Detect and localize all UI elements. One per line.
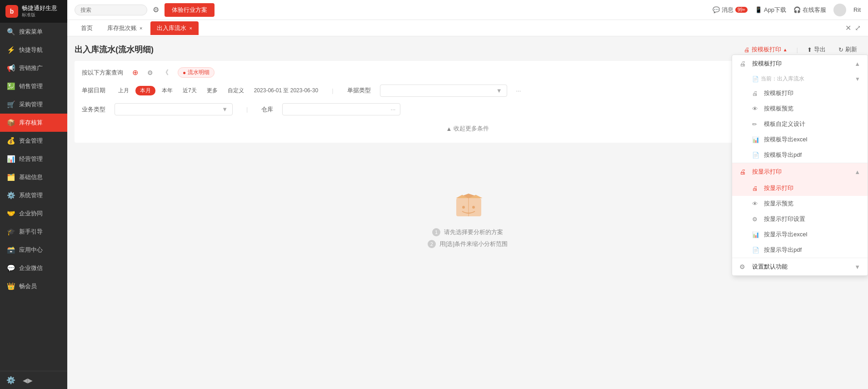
date-prev-month[interactable]: 上月 xyxy=(115,86,133,95)
sidebar-purchase-icon: 🛒 xyxy=(6,100,15,109)
sidebar-operations-icon: 📊 xyxy=(6,155,15,163)
gear-icon[interactable]: ⚙ xyxy=(153,5,159,14)
display-preview-item[interactable]: 👁 按显示预览 xyxy=(732,196,868,211)
sidebar-item-operations[interactable]: 📊 经营管理 xyxy=(0,150,67,168)
template-customize-item[interactable]: ✏ 模板自定义设计 xyxy=(732,116,868,132)
type-more-icon[interactable]: ··· xyxy=(516,87,521,94)
step-2-text: 用[选]条件来缩小分析范围 xyxy=(439,240,508,248)
sidebar-quicknav-label: 快捷导航 xyxy=(19,46,43,54)
template-preview-label: 按模板预览 xyxy=(764,105,793,113)
date-more[interactable]: 更多 xyxy=(203,86,221,95)
current-label-text: 当前：出入库流水 xyxy=(761,75,804,83)
sidebar-item-guide[interactable]: 🎓 新手引导 xyxy=(0,223,67,241)
sidebar-item-quicknav[interactable]: ⚡ 快捷导航 xyxy=(0,41,67,59)
sidebar-item-wechat[interactable]: 💬 企业微信 xyxy=(0,259,67,277)
messages-button[interactable]: 💬 消息 99+ xyxy=(713,6,748,14)
tab-maximize-icon[interactable]: ⤢ xyxy=(855,24,861,32)
sidebar-item-appstore[interactable]: 🗃️ 应用中心 xyxy=(0,241,67,259)
sidebar-bottom: ⚙️ ◀▶ xyxy=(0,371,67,389)
date-filter: 上月 本月 本年 近7天 更多 自定义 2023-06-01 至 2023-06… xyxy=(115,86,318,95)
sidebar-item-sales[interactable]: 💹 销售管理 xyxy=(0,77,67,95)
sidebar-logo: b 畅捷通好生意 标准版 xyxy=(0,0,67,23)
online-service-button[interactable]: 🎧 在线客服 xyxy=(793,6,826,14)
warehouse-label: 仓库 xyxy=(261,105,273,114)
refresh-button[interactable]: ↻ 刷新 xyxy=(835,44,861,55)
template-print-item[interactable]: 🖨 按模板打印 xyxy=(732,85,868,101)
default-fn-header[interactable]: ⚙ 设置默认功能 ▼ xyxy=(732,258,868,275)
printer-icon: 🖨 xyxy=(739,60,748,67)
display-print-item[interactable]: 🖨 按显示打印 xyxy=(732,180,868,196)
sidebar-item-purchase[interactable]: 🛒 采购管理 xyxy=(0,95,67,114)
tab-close-all-icon[interactable]: ✕ xyxy=(845,24,851,32)
sidebar-appstore-label: 应用中心 xyxy=(19,246,43,254)
topbar-right: 💬 消息 99+ 📱 App下载 🎧 在线客服 Rit xyxy=(713,4,861,16)
app-download-button[interactable]: 📱 App下载 xyxy=(755,6,786,14)
trial-button[interactable]: 体验行业方案 xyxy=(165,3,215,17)
tab-flow[interactable]: 出入库流水 × xyxy=(150,21,198,35)
refresh-icon: ↻ xyxy=(838,46,843,53)
template-export-excel-item[interactable]: 📊 按模板导出excel xyxy=(732,132,868,147)
sidebar-item-basic[interactable]: 🗂️ 基础信息 xyxy=(0,168,67,186)
tab-batch[interactable]: 库存批次账 × xyxy=(101,21,149,35)
sidebar-system-icon: ⚙️ xyxy=(6,191,15,199)
online-service-label: 在线客服 xyxy=(803,6,826,14)
warehouse-select[interactable]: ··· xyxy=(282,103,400,115)
date-last7[interactable]: 近7天 xyxy=(179,86,200,95)
tab-home[interactable]: 首页 xyxy=(75,21,99,35)
template-print-header[interactable]: 🖨 按模板打印 ▲ xyxy=(732,55,868,72)
chevron-up-icon: ▲ xyxy=(783,47,788,52)
display-settings-item[interactable]: ⚙ 按显示打印设置 xyxy=(732,211,868,227)
sidebar-purchase-label: 采购管理 xyxy=(19,100,43,109)
print-template-button[interactable]: 🖨 按模板打印 ▲ xyxy=(740,44,791,55)
step-2-num: 2 xyxy=(428,240,436,248)
sidebar-item-marketing[interactable]: 📢 营销推广 xyxy=(0,59,67,77)
filter-collapse-icon[interactable]: 《 xyxy=(162,69,169,77)
excel-icon: 📊 xyxy=(752,136,759,143)
date-custom[interactable]: 自定义 xyxy=(224,86,248,95)
sidebar-item-collab[interactable]: 🤝 企业协同 xyxy=(0,204,67,223)
current-arrow: ▼ xyxy=(855,76,860,82)
search-input[interactable] xyxy=(75,5,147,15)
page-title: 出入库流水(流水明细) xyxy=(75,44,154,55)
type-select[interactable]: ▼ xyxy=(380,85,507,97)
filter-add-icon[interactable]: ⊕ xyxy=(132,68,138,77)
export-label: 导出 xyxy=(814,45,826,54)
display-print-header[interactable]: 🖨 按显示打印 ▲ xyxy=(732,163,868,180)
tab-batch-close[interactable]: × xyxy=(140,25,142,31)
date-this-year[interactable]: 本年 xyxy=(158,86,176,95)
message-icon: 💬 xyxy=(713,6,720,13)
collapse-icon[interactable]: ◀▶ xyxy=(23,377,33,384)
svg-point-4 xyxy=(472,206,475,209)
tab-flow-close[interactable]: × xyxy=(189,25,192,31)
business-select-arrow: ▼ xyxy=(222,106,228,113)
display-export-pdf-item[interactable]: 📄 按显示导出pdf xyxy=(732,242,868,258)
template-export-pdf-item[interactable]: 📄 按模板导出pdf xyxy=(732,147,868,163)
sidebar-appstore-icon: 🗃️ xyxy=(6,246,15,254)
export-button[interactable]: ⬆ 导出 xyxy=(803,44,829,55)
sidebar-item-search[interactable]: 🔍 搜索菜单 xyxy=(0,23,67,41)
sidebar-sales-icon: 💹 xyxy=(6,82,15,90)
display-print-icon: 🖨 xyxy=(752,185,759,192)
date-current-month[interactable]: 本月 xyxy=(135,86,155,95)
template-print-header-label: 按模板打印 xyxy=(752,60,782,68)
empty-step-1: 1 请先选择要分析的方案 xyxy=(432,228,503,236)
sidebar-guide-icon: 🎓 xyxy=(6,228,15,236)
business-type-select[interactable]: ▼ xyxy=(115,103,233,115)
page-content: 出入库流水(流水明细) 🖨 按模板打印 ▲ | ⬆ 导出 ↻ 刷新 xyxy=(67,36,868,389)
sidebar-collab-label: 企业协同 xyxy=(19,209,43,218)
filter-scheme-tag[interactable]: ● 流水明细 xyxy=(178,67,215,78)
template-preview-item[interactable]: 👁 按模板预览 xyxy=(732,101,868,116)
svg-point-3 xyxy=(462,206,465,209)
avatar[interactable] xyxy=(833,4,846,16)
filter-settings-icon[interactable]: ⚙ xyxy=(147,69,153,76)
sidebar-item-inventory[interactable]: 📦 库存核算 xyxy=(0,114,67,132)
sidebar-item-finance[interactable]: 💰 资金管理 xyxy=(0,132,67,150)
sidebar-marketing-label: 营销推广 xyxy=(19,64,43,72)
display-export-excel-item[interactable]: 📊 按显示导出excel xyxy=(732,227,868,242)
sidebar-wechat-label: 企业微信 xyxy=(19,264,43,272)
sidebar-item-system[interactable]: ⚙️ 系统管理 xyxy=(0,186,67,204)
step-1-num: 1 xyxy=(432,228,440,236)
business-type-label: 业务类型 xyxy=(82,105,105,114)
settings-icon[interactable]: ⚙️ xyxy=(6,376,15,384)
sidebar-item-member[interactable]: 👑 畅会员 xyxy=(0,277,67,295)
